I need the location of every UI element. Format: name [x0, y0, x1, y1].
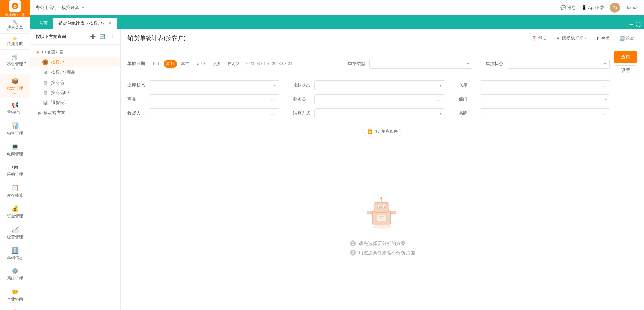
sidebar-inventory-label: 库存核算	[7, 193, 23, 198]
sidebar-item-finance[interactable]: 💰 资金管理	[0, 202, 30, 222]
breadcrumb-text: 办公用品行业模拟账套	[36, 5, 79, 11]
sidebar-item-cooperation[interactable]: 🤝 企业协同	[0, 285, 30, 306]
sidebar-finance-label: 资金管理	[7, 213, 23, 219]
sidebar-item-sales[interactable]: 📊 销售管理	[0, 119, 30, 140]
settlement-select[interactable]: ▾	[314, 108, 445, 118]
tree-group-pc-header[interactable]: ▼ 电脑端方案	[30, 47, 120, 57]
app-download-icon: 📱	[581, 5, 587, 10]
date-tab-more[interactable]: 更多	[210, 60, 224, 68]
sidebar-item-marketing[interactable]: 📢 营销推广	[0, 98, 30, 119]
app-logo[interactable]: 畅捷通好生意	[0, 0, 30, 17]
order-status-select[interactable]: ▾	[507, 59, 610, 69]
salesperson-select[interactable]: …	[314, 94, 445, 104]
goods-filter-item: 商品 …	[127, 94, 279, 104]
filter-area: 单据日期 上月 本月 本年 近7天 更多 自定义 2023-03-01 至 20…	[121, 46, 644, 124]
sidebar-ecommerce-label: 电商管理	[7, 151, 23, 157]
sidebar-item-ecommerce[interactable]: 💻 电商管理	[0, 140, 30, 160]
tree-item-customer-goods-label: 按客户+商品	[51, 69, 75, 75]
tab-minimize-icon[interactable]: ─	[630, 21, 633, 28]
tree-group-mobile-header[interactable]: ▶ 移动端方案	[30, 108, 120, 118]
tree-item-customer-goods[interactable]: ⊞ 按客户+商品	[30, 67, 120, 78]
sidebar-retail-label: 零售管理	[7, 61, 23, 67]
sidebar-search-label: 搜索菜单	[0, 25, 30, 31]
tab-maximize-icon[interactable]: ⛶	[636, 22, 641, 27]
sidebar-item-quicknav[interactable]: ⭐ 快捷导航	[0, 34, 30, 50]
user-name[interactable]: demo2	[625, 5, 639, 10]
tab-close-icon[interactable]: ✕	[108, 21, 112, 26]
order-type-select[interactable]: ▾	[369, 59, 472, 69]
tree-item-by-goods-label: 按商品	[51, 80, 64, 86]
add-scheme-btn[interactable]: ➕	[89, 33, 96, 40]
query-btn[interactable]: 查询	[614, 51, 637, 63]
collapse-panel-btn[interactable]: 《	[108, 33, 115, 40]
breadcrumb-arrow-icon[interactable]: ▾	[82, 5, 84, 10]
help-btn[interactable]: ❓ 帮助	[529, 34, 549, 42]
sidebar-system-label: 系统管理	[7, 276, 23, 281]
sidebar-item-search[interactable]: 🔍 搜索菜单	[0, 17, 30, 34]
sidebar-item-wholesale[interactable]: 📦 批发管理 ▲	[0, 74, 30, 98]
sidebar-item-operation[interactable]: 📈 经营管理	[0, 222, 30, 243]
warehouse-select[interactable]: …	[480, 80, 610, 90]
sidebar-item-purchase[interactable]: 🛍 采购管理	[0, 160, 30, 181]
tree-mobile-expand-icon: ▶	[38, 110, 42, 115]
sidebar-item-system[interactable]: ⚙️ 系统管理	[0, 264, 30, 285]
svg-rect-3	[374, 202, 389, 212]
sidebar-marketing-label: 营销推广	[7, 110, 23, 115]
template-print-label: 按模板打印	[562, 35, 584, 41]
tree-item-return-stats-label: 退货统计	[51, 100, 68, 106]
sidebar-item-newbie[interactable]: 🎯 新手引导	[0, 306, 30, 310]
salesperson-dots-icon: …	[436, 97, 441, 102]
basic-info-icon: ℹ️	[11, 247, 19, 254]
refresh-btn[interactable]: 🔄 刷新	[616, 34, 637, 42]
svg-point-6	[379, 206, 380, 208]
out-status-select[interactable]: ▾	[149, 80, 279, 90]
salesperson-filter-item: 业务员 …	[293, 94, 445, 104]
step-2-num: 2	[350, 250, 356, 256]
receiver-dots-icon: …	[270, 111, 276, 116]
date-tab-last-month[interactable]: 上月	[149, 60, 162, 68]
wholesale-icon: 📦	[11, 77, 19, 85]
app-download-btn[interactable]: 📱 App下载	[581, 5, 604, 11]
sidebar-item-inventory[interactable]: 📋 库存核算	[0, 181, 30, 202]
sidebar-wholesale-label: 批发管理	[7, 86, 23, 91]
refresh-scheme-btn[interactable]: 🔄	[98, 33, 106, 40]
settings-btn[interactable]: 设置	[614, 65, 637, 76]
payment-status-label: 收款状态	[293, 82, 312, 88]
tree-item-by-customer[interactable]: 👤 按客户	[30, 57, 120, 67]
message-btn[interactable]: 💬 消息	[560, 5, 576, 11]
tree-item-goods-99[interactable]: ▦ 按商品99	[30, 88, 120, 98]
svg-rect-10	[367, 211, 372, 214]
tree-item-return-stats[interactable]: 📊 退货统计	[30, 98, 120, 108]
sidebar-item-basic-info[interactable]: ℹ️ 基础信息	[0, 243, 30, 264]
date-tab-this-month[interactable]: 本月	[164, 60, 177, 68]
date-tab-7days[interactable]: 近7天	[193, 60, 209, 68]
tab-home[interactable]: 首页	[34, 18, 53, 29]
date-tab-this-year[interactable]: 本年	[178, 60, 192, 68]
brand-label: 品牌	[459, 110, 477, 116]
template-print-btn[interactable]: 🖨 按模板打印 ▾	[553, 34, 589, 42]
goods-select[interactable]: …	[149, 94, 279, 104]
date-tab-custom[interactable]: 自定义	[225, 60, 243, 68]
export-btn[interactable]: ⬆ 导出	[593, 34, 612, 42]
receiver-select[interactable]: …	[149, 108, 279, 118]
tree-item-by-goods[interactable]: ▦ 按商品	[30, 78, 120, 88]
retail-icon: 🛒	[11, 53, 19, 60]
app-download-label: App下载	[588, 5, 604, 11]
collapse-more-btn[interactable]: 🔼 收起更多条件	[363, 127, 402, 136]
user-avatar[interactable]: Ea	[610, 3, 620, 13]
app-name: 畅捷通好生意	[5, 13, 25, 17]
sales-icon: 📊	[11, 122, 19, 130]
filter-row-3: 商品 … 业务员 …	[127, 94, 637, 104]
tab-sales-stats[interactable]: 销货单统计表（按客户） ✕	[53, 18, 117, 29]
sidebar: 畅捷通好生意 🔍 搜索菜单 ⭐ 快捷导航 🛒 零售管理 ▼ 📦 批发管理 ▲ 📢…	[0, 0, 30, 310]
refresh-label: 刷新	[626, 35, 635, 41]
department-select[interactable]: ▾	[480, 94, 610, 104]
user-avatar-text: Ea	[613, 6, 617, 10]
svg-point-9	[380, 197, 382, 199]
tree-item-goods-99-label: 按商品99	[51, 90, 69, 96]
sidebar-item-retail[interactable]: 🛒 零售管理 ▼	[0, 50, 30, 74]
filter-row-2: 出库状态 ▾ 收款状态 ▾	[127, 80, 637, 90]
payment-status-select[interactable]: ▾	[314, 80, 445, 90]
out-status-filter-item: 出库状态 ▾	[127, 80, 279, 90]
brand-select[interactable]: …	[480, 108, 610, 118]
